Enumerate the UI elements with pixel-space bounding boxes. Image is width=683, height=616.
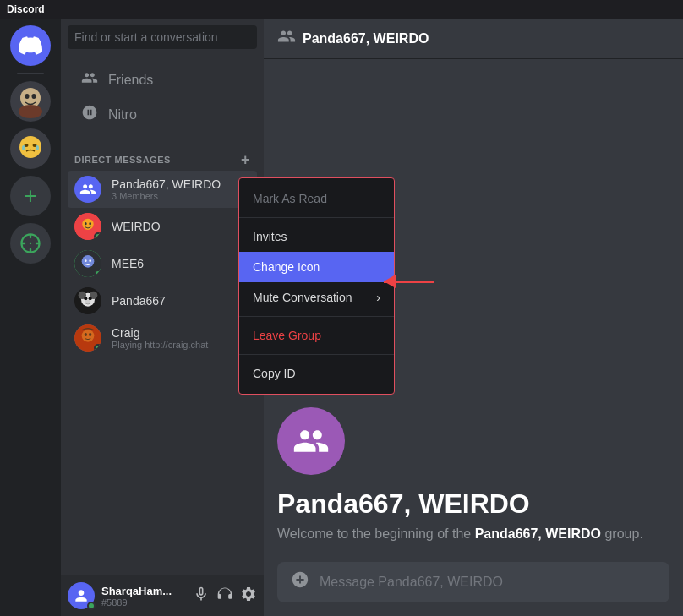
welcome-title: Panda667, WEIRDO — [277, 488, 530, 520]
dm-avatar-mee6 — [74, 250, 101, 277]
arrow-line — [384, 281, 434, 283]
channel-header-icon — [277, 27, 296, 50]
welcome-desc-prefix: Welcome to the beginning of the — [277, 526, 475, 541]
svg-point-17 — [85, 259, 87, 262]
dm-info-panda667: Panda667 — [112, 294, 250, 308]
svg-point-16 — [82, 255, 95, 268]
dm-add-button[interactable]: + — [241, 152, 250, 167]
mic-button[interactable] — [193, 586, 210, 607]
friends-icon — [81, 69, 98, 90]
title-bar: Discord — [0, 0, 683, 19]
svg-point-10 — [36, 145, 39, 150]
svg-point-23 — [84, 297, 87, 300]
sidebar-bottom: SharqaHam... #5889 — [61, 575, 264, 616]
user-online-indicator — [87, 602, 96, 610]
dm-info-group: Panda667, WEIRDO 3 Members — [112, 177, 250, 201]
welcome-avatar — [277, 407, 345, 475]
context-menu-separator-2 — [239, 316, 394, 317]
svg-point-18 — [89, 259, 91, 262]
message-input[interactable] — [320, 575, 656, 590]
svg-point-27 — [82, 330, 95, 342]
welcome-group-name: Panda667, WEIRDO — [475, 526, 601, 541]
dm-status-craig: Playing http://craig.chat — [112, 340, 250, 350]
dm-name-mee6: MEE6 — [112, 257, 250, 270]
channel-sidebar: Friends Nitro DIRECT MESSAGES + — [61, 19, 264, 616]
welcome-desc: Welcome to the beginning of the Panda667… — [277, 526, 643, 542]
nitro-icon — [81, 104, 98, 125]
context-menu-leave-group[interactable]: Leave Group — [239, 320, 394, 351]
dm-avatar-group — [74, 176, 101, 203]
online-indicator-mee6 — [94, 270, 101, 277]
svg-point-2 — [25, 94, 30, 99]
guild-bar: + — [0, 19, 61, 616]
settings-button[interactable] — [240, 586, 257, 607]
user-discriminator: #5889 — [101, 597, 186, 608]
search-input[interactable] — [68, 25, 257, 49]
channel-header-title: Panda667, WEIRDO — [303, 31, 429, 46]
dm-section-header: DIRECT MESSAGES + — [61, 139, 264, 171]
dm-name-group: Panda667, WEIRDO — [112, 177, 250, 191]
dm-avatar-craig — [74, 324, 101, 352]
dm-item-panda667[interactable]: Panda667 — [68, 282, 257, 319]
mark-as-read-label: Mark As Read — [253, 192, 327, 205]
discord-home-button[interactable] — [10, 25, 51, 66]
mute-conversation-label: Mute Conversation — [253, 291, 352, 304]
dm-item-craig[interactable]: Craig Playing http://craig.chat — [68, 319, 257, 357]
dm-info-weirdo: WEIRDO — [112, 220, 250, 233]
context-menu: Mark As Read Invites Change Icon Mute Co… — [238, 177, 395, 395]
nitro-nav-item[interactable]: Nitro — [68, 97, 257, 132]
svg-point-28 — [85, 333, 87, 336]
username: SharqaHam... — [101, 585, 186, 597]
svg-point-25 — [85, 300, 91, 303]
svg-point-13 — [85, 222, 87, 225]
dm-info-mee6: MEE6 — [112, 257, 250, 270]
svg-point-3 — [32, 94, 36, 99]
context-menu-mute-conversation[interactable]: Mute Conversation › — [239, 282, 394, 313]
explore-button[interactable] — [10, 223, 51, 264]
dm-name-craig: Craig — [112, 326, 250, 340]
context-menu-separator-1 — [239, 217, 394, 218]
guild-icon-1[interactable] — [10, 81, 51, 122]
dm-avatar-panda667 — [74, 287, 101, 314]
add-server-button[interactable]: + — [10, 176, 51, 216]
context-menu-separator-3 — [239, 354, 394, 355]
svg-point-14 — [89, 222, 91, 225]
dm-item-mee6[interactable]: MEE6 — [68, 245, 257, 282]
svg-point-4 — [19, 105, 42, 118]
message-input-area — [277, 562, 669, 602]
svg-point-9 — [22, 145, 25, 150]
dm-list: Panda667, WEIRDO 3 Members — [61, 171, 264, 575]
online-indicator-craig — [94, 344, 101, 352]
dm-item-panda667-weirdo[interactable]: Panda667, WEIRDO 3 Members — [68, 171, 257, 208]
user-info: SharqaHam... #5889 — [101, 585, 186, 608]
nav-items: Friends Nitro — [61, 56, 264, 139]
change-icon-label: Change Icon — [253, 260, 320, 274]
dm-section-title: DIRECT MESSAGES — [74, 155, 171, 165]
context-menu-mark-as-read[interactable]: Mark As Read — [239, 183, 394, 214]
friends-label: Friends — [108, 73, 153, 88]
friends-nav-item[interactable]: Friends — [68, 63, 257, 97]
nitro-label: Nitro — [108, 107, 137, 123]
headphones-button[interactable] — [216, 586, 233, 607]
welcome-desc-suffix: group. — [601, 526, 643, 541]
app-title: Discord — [7, 3, 45, 15]
chat-welcome: Panda667, WEIRDO Welcome to the beginnin… — [277, 407, 669, 542]
context-menu-change-icon[interactable]: Change Icon — [239, 252, 394, 282]
guild-separator — [17, 73, 44, 74]
svg-point-24 — [89, 297, 92, 300]
svg-point-29 — [89, 333, 91, 336]
user-avatar — [68, 582, 95, 609]
mute-conversation-arrow: › — [376, 291, 380, 304]
dm-status-group: 3 Members — [112, 191, 250, 201]
leave-group-label: Leave Group — [253, 329, 321, 342]
guild-icon-2[interactable] — [10, 128, 51, 169]
channel-header: Panda667, WEIRDO — [264, 19, 683, 59]
online-indicator-weirdo — [94, 232, 101, 240]
dm-name-panda667: Panda667 — [112, 294, 250, 308]
message-add-button[interactable] — [291, 570, 309, 594]
context-menu-invites[interactable]: Invites — [239, 221, 394, 252]
context-menu-copy-id[interactable]: Copy ID — [239, 358, 394, 389]
dm-info-craig: Craig Playing http://craig.chat — [112, 326, 250, 350]
dm-item-weirdo[interactable]: WEIRDO — [68, 208, 257, 245]
sidebar-controls — [193, 586, 257, 607]
